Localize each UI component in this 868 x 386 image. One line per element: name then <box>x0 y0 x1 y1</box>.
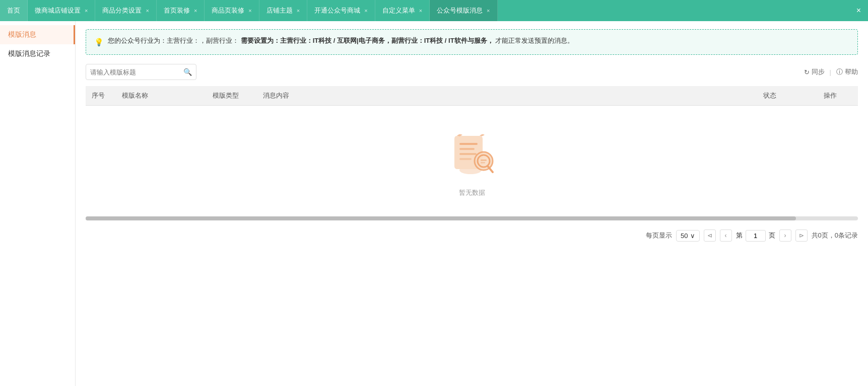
nav-tab-category-settings[interactable]: 商品分类设置 × <box>95 0 156 21</box>
chevron-down-icon: ∨ <box>690 232 695 240</box>
empty-text: 暂无数据 <box>459 188 485 197</box>
nav-tab-home-decor-label: 首页装修 <box>164 6 190 15</box>
notice-text-before: 您的公众号行业为：主营行业：，副营行业： <box>108 37 239 44</box>
nav-tab-category-settings-close[interactable]: × <box>146 8 149 14</box>
page-input[interactable] <box>746 230 766 242</box>
scrollbar-track[interactable] <box>86 216 858 220</box>
divider: | <box>830 68 831 76</box>
svg-rect-8 <box>481 160 487 161</box>
toolbar: 🔍 ↻ 同步 | ⓘ 帮助 <box>86 64 858 80</box>
nav-tab-shop-theme-label: 店铺主题 <box>266 6 293 15</box>
per-page-value: 50 <box>681 232 688 240</box>
page-unit: 页 <box>769 231 775 240</box>
col-header-status: 状态 <box>757 86 818 106</box>
nav-tab-custom-menu[interactable]: 自定义菜单 × <box>375 0 430 21</box>
nav-tab-home-decor[interactable]: 首页装修 × <box>157 0 205 21</box>
empty-state: 暂无数据 <box>86 106 858 212</box>
search-icon[interactable]: 🔍 <box>183 68 192 76</box>
nav-tab-home-label: 首页 <box>7 6 20 15</box>
sync-icon: ↻ <box>804 68 810 76</box>
empty-icon <box>444 126 500 181</box>
search-input[interactable] <box>90 68 183 76</box>
per-page-label: 每页显示 <box>646 231 672 240</box>
sidebar-item-template-message-record[interactable]: 模版消息记录 <box>0 44 75 63</box>
help-icon: ⓘ <box>836 67 843 76</box>
svg-rect-4 <box>459 158 472 160</box>
table-body: 暂无数据 <box>86 106 858 213</box>
nav-tab-shop-settings-label: 微商城店铺设置 <box>35 6 81 15</box>
nav-tab-custom-menu-close[interactable]: × <box>419 8 422 14</box>
svg-rect-9 <box>481 162 485 164</box>
scrollbar-thumb <box>86 216 796 220</box>
content-area: 💡 您的公众号行业为：主营行业：，副营行业： 需要设置为：主营行业：IT科技 /… <box>76 21 868 386</box>
sync-label: 同步 <box>812 67 825 76</box>
toolbar-right: ↻ 同步 | ⓘ 帮助 <box>804 67 858 76</box>
nav-tab-category-settings-label: 商品分类设置 <box>102 6 142 15</box>
svg-rect-3 <box>459 153 477 155</box>
notice-box: 💡 您的公众号行业为：主营行业：，副营行业： 需要设置为：主营行业：IT科技 /… <box>86 29 858 55</box>
close-all-tabs-button[interactable]: × <box>849 6 868 15</box>
table-header-row: 序号 模版名称 模版类型 消息内容 状态 操作 <box>86 86 858 106</box>
nav-tab-product-decor-close[interactable]: × <box>248 8 251 14</box>
nav-tab-shop-settings[interactable]: 微商城店铺设置 × <box>28 0 95 21</box>
first-page-button[interactable]: ⊲ <box>704 229 716 242</box>
col-header-type: 模版类型 <box>207 86 257 106</box>
sidebar-item-template-message[interactable]: 模版消息 <box>0 25 75 44</box>
main-layout: 模版消息 模版消息记录 💡 您的公众号行业为：主营行业：，副营行业： 需要设置为… <box>0 21 868 386</box>
help-button[interactable]: ⓘ 帮助 <box>836 67 858 76</box>
last-page-button[interactable]: ⊳ <box>795 229 808 242</box>
per-page-select[interactable]: 50 ∨ <box>676 230 699 242</box>
nav-tab-template-message[interactable]: 公众号模版消息 × <box>430 0 497 21</box>
nav-tab-template-message-label: 公众号模版消息 <box>437 6 483 15</box>
total-label: 共0页，0条记录 <box>812 231 858 240</box>
page-label: 第 <box>736 231 743 240</box>
search-wrap: 🔍 <box>86 64 196 80</box>
nav-tab-open-mall-close[interactable]: × <box>364 8 367 14</box>
notice-text: 您的公众号行业为：主营行业：，副营行业： 需要设置为：主营行业：IT科技 / 互… <box>108 36 574 46</box>
nav-tab-home-decor-close[interactable]: × <box>194 8 197 14</box>
svg-rect-2 <box>459 148 475 150</box>
data-table: 序号 模版名称 模版类型 消息内容 状态 操作 <box>86 86 858 212</box>
pagination: 每页显示 50 ∨ ⊲ ‹ 第 页 › ⊳ 共0页，0条记录 <box>86 227 858 244</box>
notice-text-after: 才能正常发送预置的消息。 <box>495 37 574 44</box>
help-label: 帮助 <box>845 67 858 76</box>
next-page-button[interactable]: › <box>779 229 791 242</box>
col-header-action: 操作 <box>818 86 858 106</box>
nav-tab-open-mall[interactable]: 开通公众号商城 × <box>307 0 375 21</box>
sync-button[interactable]: ↻ 同步 <box>804 67 825 76</box>
page-input-wrap: 第 页 <box>736 230 775 242</box>
svg-rect-1 <box>459 143 478 145</box>
nav-tab-open-mall-label: 开通公众号商城 <box>314 6 360 15</box>
nav-tab-template-message-close[interactable]: × <box>487 8 490 14</box>
nav-tab-product-decor-label: 商品页装修 <box>212 6 244 15</box>
nav-tab-custom-menu-label: 自定义菜单 <box>382 6 415 15</box>
prev-page-button[interactable]: ‹ <box>720 229 732 242</box>
col-header-name: 模版名称 <box>116 86 207 106</box>
top-navigation: 首页 微商城店铺设置 × 商品分类设置 × 首页装修 × 商品页装修 × 店铺主… <box>0 0 868 21</box>
nav-tab-shop-settings-close[interactable]: × <box>85 8 88 14</box>
col-header-index: 序号 <box>86 86 116 106</box>
table-header: 序号 模版名称 模版类型 消息内容 状态 操作 <box>86 86 858 106</box>
nav-tab-shop-theme[interactable]: 店铺主题 × <box>259 0 307 21</box>
nav-tab-shop-theme-close[interactable]: × <box>297 8 300 14</box>
nav-tab-product-decor[interactable]: 商品页装修 × <box>205 0 259 21</box>
empty-state-row: 暂无数据 <box>86 106 858 213</box>
sidebar: 模版消息 模版消息记录 <box>0 21 76 386</box>
bulb-icon: 💡 <box>94 36 104 48</box>
nav-tab-home[interactable]: 首页 <box>0 0 28 21</box>
notice-text-highlight: 需要设置为：主营行业：IT科技 / 互联网|电子商务，副营行业：IT科技 / I… <box>241 37 494 44</box>
col-header-content: 消息内容 <box>257 86 757 106</box>
